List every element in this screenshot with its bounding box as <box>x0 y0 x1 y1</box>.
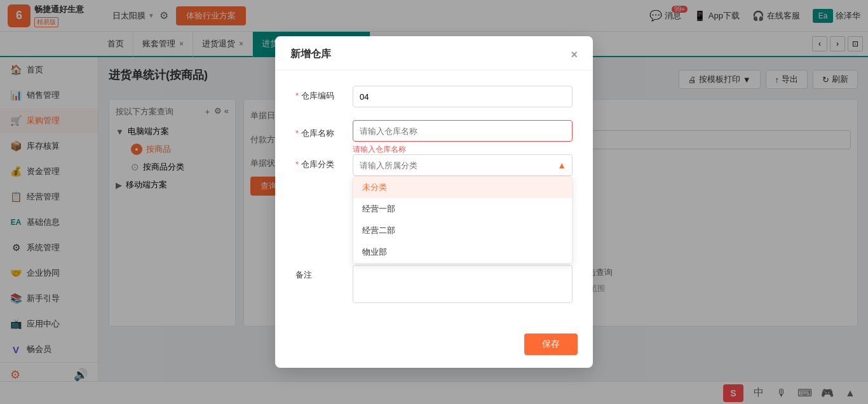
name-label: *仓库名称 <box>295 123 353 139</box>
dropdown-item-dept3[interactable]: 物业部 <box>353 241 572 263</box>
category-dropdown: 未分类 经营一部 经营二部 物业部 <box>353 176 573 264</box>
modal-close-btn[interactable]: × <box>571 49 578 60</box>
modal-body: *仓库编码 *仓库名称 请输入仓库名称 *仓库分类 <box>275 71 593 326</box>
modal-add-warehouse: 新增仓库 × *仓库编码 *仓库名称 请输入仓库名称 <box>275 36 593 368</box>
dropdown-item-dept1[interactable]: 经营一部 <box>353 198 572 220</box>
category-input[interactable] <box>353 154 573 176</box>
form-row-category: *仓库分类 ▲ 未分类 经营一部 经营二部 物业部 <box>295 154 573 176</box>
category-label: *仓库分类 <box>295 154 353 170</box>
note-textarea[interactable] <box>353 265 573 303</box>
modal-footer: 保存 <box>275 326 593 368</box>
form-row-note: 备注 <box>295 265 573 303</box>
name-error-msg: 请输入仓库名称 <box>353 144 406 155</box>
dropdown-item-uncategorized[interactable]: 未分类 <box>353 177 572 198</box>
dropdown-item-dept2[interactable]: 经营二部 <box>353 220 572 241</box>
modal-overlay[interactable]: 新增仓库 × *仓库编码 *仓库名称 请输入仓库名称 <box>0 0 868 404</box>
code-label: *仓库编码 <box>295 86 353 102</box>
category-select-wrap: ▲ <box>353 154 573 176</box>
form-row-code: *仓库编码 <box>295 86 573 107</box>
modal-title: 新增仓库 <box>290 48 331 61</box>
save-btn[interactable]: 保存 <box>524 333 578 355</box>
code-input[interactable] <box>353 86 573 107</box>
note-label: 备注 <box>295 265 353 281</box>
name-input[interactable] <box>353 120 573 142</box>
modal-header: 新增仓库 × <box>275 36 593 71</box>
form-row-name: *仓库名称 请输入仓库名称 <box>295 120 573 142</box>
